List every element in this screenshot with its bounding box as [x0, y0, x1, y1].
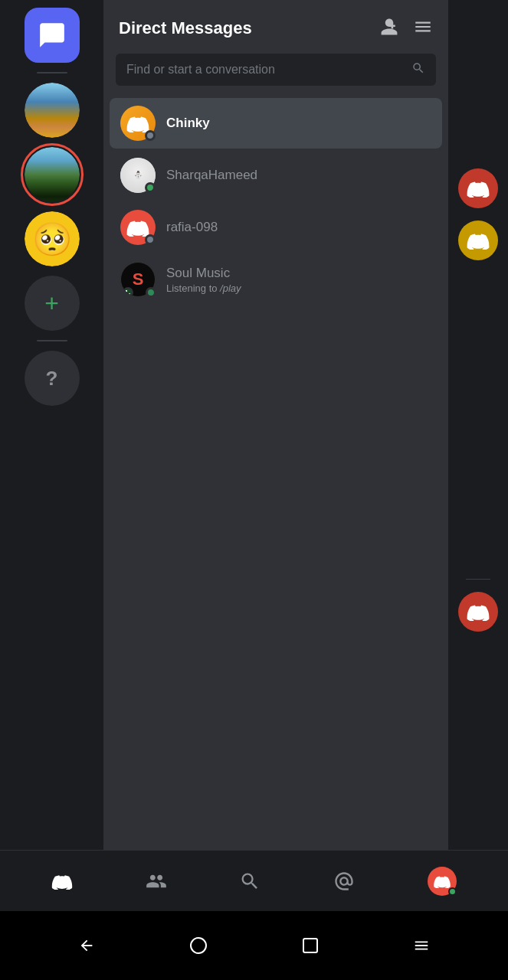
peek-discord-logo-3: [467, 603, 490, 621]
conversation-item-soul[interactable]: S Soul Music Listening to /play: [110, 254, 442, 305]
rafia-avatar-container: [120, 210, 156, 245]
chinky-status-dot: [145, 130, 156, 141]
conversation-item-chinky[interactable]: Chinky: [110, 98, 442, 149]
hamburger-menu-button[interactable]: [413, 17, 433, 40]
rafia-discord-logo: [126, 218, 149, 237]
peek-server-red-1[interactable]: [458, 168, 498, 208]
sharqa-avatar-container: ⛄: [120, 158, 156, 193]
sharqa-info: SharqaHameed: [166, 168, 431, 183]
sharqa-name: SharqaHameed: [166, 168, 431, 183]
dm-panel-title: Direct Messages: [119, 18, 252, 38]
nav-item-home[interactable]: [51, 873, 73, 890]
chinky-discord-logo: [126, 114, 149, 132]
new-dm-icon: [379, 17, 399, 37]
system-menu-icon: [413, 937, 430, 954]
system-recent-button[interactable]: [303, 938, 318, 953]
rafia-status-dot: [145, 234, 156, 245]
soul-status-text: Listening to /play: [166, 283, 431, 294]
system-menu-button[interactable]: [413, 937, 430, 954]
nav-item-mentions[interactable]: [333, 871, 355, 892]
nav-search-icon: [239, 871, 261, 892]
chinky-name: Chinky: [166, 116, 431, 131]
right-server-peek: [448, 0, 508, 873]
dm-header: Direct Messages: [103, 0, 448, 54]
soul-avatar-container: S: [120, 262, 156, 297]
system-back-button[interactable]: [78, 937, 95, 954]
search-input[interactable]: [126, 63, 404, 77]
dm-header-icons: [379, 17, 433, 40]
nav-mentions-icon: [333, 871, 355, 892]
plus-icon: +: [44, 289, 59, 318]
nav-home-discord-icon: [51, 873, 73, 890]
peek-discord-logo-1: [467, 179, 490, 198]
sidebar-explore-button[interactable]: ?: [25, 351, 80, 406]
conversation-item-rafia[interactable]: rafia-098: [110, 202, 442, 253]
peek-server-gold-1[interactable]: [458, 220, 498, 260]
question-icon: ?: [46, 367, 58, 390]
rafia-name: rafia-098: [166, 220, 431, 235]
sidebar-divider-top: [37, 72, 67, 74]
sidebar-dm-button[interactable]: [25, 8, 80, 63]
rafia-info: rafia-098: [166, 220, 431, 235]
dm-icon: [38, 21, 67, 50]
peek-divider: [466, 579, 490, 580]
soul-info: Soul Music Listening to /play: [166, 266, 431, 294]
chinky-info: Chinky: [166, 116, 431, 131]
home-circle-icon: [190, 937, 207, 954]
system-home-button[interactable]: [190, 937, 207, 954]
conversation-item-sharqa[interactable]: ⛄ SharqaHameed: [110, 150, 442, 201]
dm-panel: Direct Messages: [103, 0, 448, 873]
back-icon: [78, 937, 95, 954]
soul-phone-icon: [125, 289, 131, 296]
peek-server-red-2[interactable]: [458, 592, 498, 632]
sharqa-status-dot: [145, 182, 156, 193]
search-icon: [411, 61, 425, 78]
sidebar-add-server-button[interactable]: +: [25, 276, 80, 331]
search-bar[interactable]: [116, 54, 436, 86]
new-dm-button[interactable]: [379, 17, 399, 40]
nav-friends-icon: [146, 871, 167, 892]
soul-status-dot: [146, 287, 156, 298]
sidebar-server-emoji[interactable]: 🥺: [25, 211, 80, 266]
profile-online-dot: [448, 887, 457, 896]
sidebar-server-sky[interactable]: [25, 83, 80, 138]
system-nav: [0, 911, 508, 980]
nav-item-profile[interactable]: [428, 867, 457, 896]
sidebar: 🥺 + ?: [0, 0, 103, 873]
recent-square-icon: [303, 938, 318, 953]
nav-profile-avatar: [428, 867, 457, 896]
nav-profile-discord-logo: [434, 874, 451, 888]
bottom-nav: [0, 850, 508, 911]
chinky-avatar-container: [120, 106, 156, 141]
nav-item-search[interactable]: [239, 871, 261, 892]
sidebar-server-mountain[interactable]: [25, 147, 80, 202]
conversation-list: Chinky ⛄ SharqaHameed: [103, 95, 448, 873]
hamburger-icon: [413, 17, 433, 37]
peek-discord-logo-2: [467, 231, 490, 250]
soul-name: Soul Music: [166, 266, 431, 281]
soul-status-cmd: /play: [220, 283, 241, 294]
nav-item-friends[interactable]: [146, 871, 167, 892]
sidebar-divider-bottom: [37, 340, 67, 341]
